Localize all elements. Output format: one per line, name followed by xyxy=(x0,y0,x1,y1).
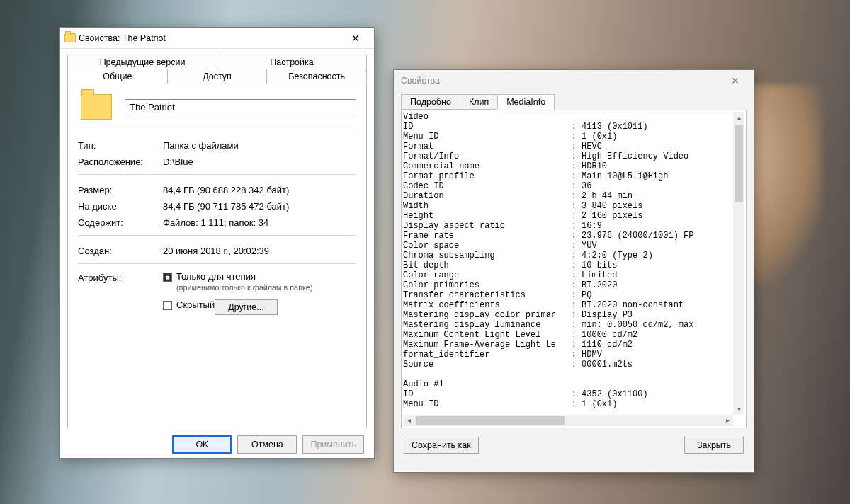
tab-mediainfo[interactable]: MediaInfo xyxy=(497,94,555,110)
horizontal-scrollbar[interactable]: ◂ ▸ xyxy=(403,415,733,426)
divider xyxy=(78,130,356,130)
close-button[interactable]: Закрыть xyxy=(684,437,744,454)
size-label: Размер: xyxy=(78,185,163,195)
mediainfo-tabs: Подробно Клип MediaInfo xyxy=(401,94,747,110)
cancel-button[interactable]: Отмена xyxy=(237,435,297,454)
contains-value: Файлов: 1 111; папок: 34 xyxy=(163,217,356,228)
close-button[interactable]: ✕ xyxy=(341,33,370,44)
properties-tabs: Предыдущие версии Настройка Общие Доступ… xyxy=(67,55,367,84)
tab-customize[interactable]: Настройка xyxy=(217,55,367,69)
titlebar[interactable]: Свойства ✕ xyxy=(394,70,754,91)
size-on-disk-label: На диске: xyxy=(78,201,163,212)
readonly-label: Только для чтения (применимо только к фа… xyxy=(176,271,313,292)
scroll-up-icon[interactable]: ▴ xyxy=(733,112,744,123)
vertical-scrollbar[interactable]: ▴ ▾ xyxy=(733,112,744,415)
tab-details[interactable]: Подробно xyxy=(401,94,460,110)
mediainfo-text[interactable]: Video ID : 4113 (0x1011) Menu ID : 1 (0x… xyxy=(403,112,733,415)
created-label: Создан: xyxy=(78,246,163,256)
tab-sharing[interactable]: Доступ xyxy=(167,69,268,84)
hidden-label: Скрытый xyxy=(176,299,215,310)
readonly-checkbox[interactable]: ■ xyxy=(163,273,172,282)
scroll-thumb[interactable] xyxy=(416,416,565,425)
window-title: Свойства: The Patriot xyxy=(76,33,341,43)
apply-button[interactable]: Применить xyxy=(302,435,364,454)
tab-clip[interactable]: Клип xyxy=(460,94,498,110)
folder-icon-large xyxy=(81,94,112,120)
hidden-checkbox[interactable] xyxy=(163,301,172,310)
divider xyxy=(78,263,356,264)
scroll-right-icon[interactable]: ▸ xyxy=(722,415,733,426)
size-value: 84,4 ГБ (90 688 228 342 байт) xyxy=(163,185,356,195)
ok-button[interactable]: OK xyxy=(172,435,232,454)
mediainfo-window: Свойства ✕ Подробно Клип MediaInfo Video… xyxy=(393,69,754,473)
scroll-thumb[interactable] xyxy=(735,125,743,202)
mediainfo-page: Video ID : 4113 (0x1011) Menu ID : 1 (0x… xyxy=(401,110,747,428)
contains-label: Содержит: xyxy=(78,217,163,228)
folder-properties-window: Свойства: The Patriot ✕ Предыдущие верси… xyxy=(60,27,375,459)
close-button[interactable]: ✕ xyxy=(721,75,749,86)
tab-general[interactable]: Общие xyxy=(67,69,168,84)
scroll-down-icon[interactable]: ▾ xyxy=(733,403,744,415)
titlebar[interactable]: Свойства: The Patriot ✕ xyxy=(60,28,374,49)
tab-security[interactable]: Безопасность xyxy=(266,69,367,84)
dialog-button-bar: OK Отмена Применить xyxy=(60,428,374,462)
attributes-label: Атрибуты: xyxy=(78,271,163,283)
folder-icon xyxy=(64,33,76,42)
size-on-disk-value: 84,4 ГБ (90 711 785 472 байт) xyxy=(163,201,356,212)
divider xyxy=(78,174,356,175)
window-title: Свойства xyxy=(398,76,721,86)
general-tab-page: Тип:Папка с файлами Расположение:D:\Blue… xyxy=(67,84,367,428)
tab-previous-versions[interactable]: Предыдущие версии xyxy=(67,55,217,69)
save-as-button[interactable]: Сохранить как xyxy=(404,437,479,454)
type-value: Папка с файлами xyxy=(163,140,356,151)
location-label: Расположение: xyxy=(78,156,163,167)
created-value: 20 июня 2018 г., 20:02:39 xyxy=(163,246,356,256)
other-attributes-button[interactable]: Другие... xyxy=(215,299,277,315)
scroll-left-icon[interactable]: ◂ xyxy=(403,415,414,426)
folder-name-input[interactable] xyxy=(125,99,356,115)
location-value: D:\Blue xyxy=(163,156,356,167)
type-label: Тип: xyxy=(78,140,163,151)
divider xyxy=(78,235,356,236)
